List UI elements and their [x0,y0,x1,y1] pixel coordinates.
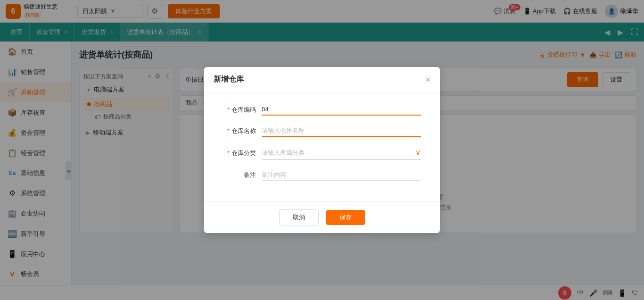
form-row-name: 仓库名称 [223,125,421,137]
dialog-footer: 取消 保存 [204,201,440,233]
save-button[interactable]: 保存 [326,210,365,225]
note-input[interactable] [262,169,421,181]
form-row-category: 仓库分类 请输入所属分类 ∨ [223,146,421,160]
name-input[interactable] [262,125,421,137]
modal-overlay[interactable]: 新增仓库 × 仓库编码 仓库名称 仓库分类 请输入所属分类 ∨ [0,0,644,300]
new-warehouse-dialog: 新增仓库 × 仓库编码 仓库名称 仓库分类 请输入所属分类 ∨ [204,67,440,233]
dialog-close-icon[interactable]: × [425,75,430,84]
form-row-code: 仓库编码 [223,104,421,116]
category-arrow-icon: ∨ [415,148,421,157]
form-row-note: 备注 [223,169,421,181]
category-label: 仓库分类 [223,149,256,158]
dialog-body: 仓库编码 仓库名称 仓库分类 请输入所属分类 ∨ 备注 [204,92,440,201]
dialog-title: 新增仓库 [214,75,244,84]
category-placeholder: 请输入所属分类 [262,149,415,157]
dialog-header: 新增仓库 × [204,67,440,92]
name-label: 仓库名称 [223,127,256,135]
category-select[interactable]: 请输入所属分类 ∨ [262,146,421,160]
code-input[interactable] [262,104,421,116]
code-label: 仓库编码 [223,106,256,114]
cancel-button[interactable]: 取消 [279,209,319,225]
note-label: 备注 [223,171,256,179]
